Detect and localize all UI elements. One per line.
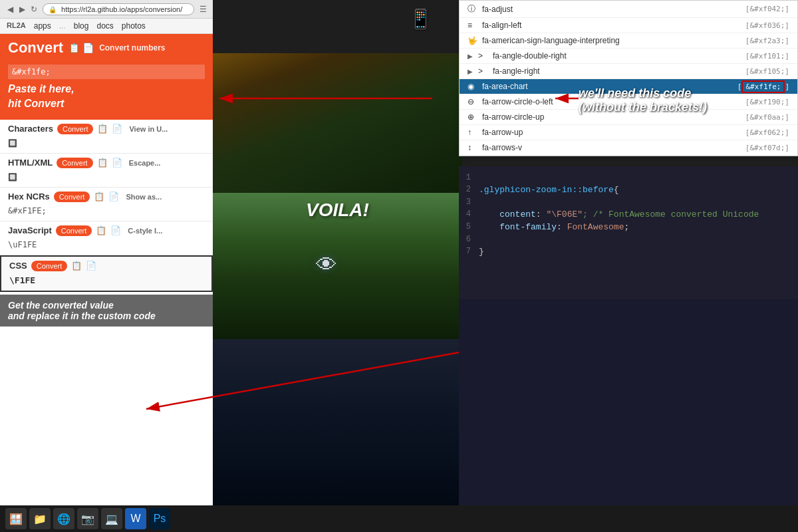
- characters-label: Characters Convert 📋 📄 View in U...: [8, 124, 205, 134]
- characters-view-link[interactable]: View in U...: [129, 125, 168, 133]
- nav-blog[interactable]: blog: [74, 21, 89, 31]
- dropdown-item-icon-3: >: [478, 51, 489, 61]
- voila-text: VOILA!: [306, 200, 369, 221]
- dropdown-item-2[interactable]: 🤟fa-american-sign-language-interpreting[…: [460, 33, 797, 49]
- dropdown-item-name-7: fa-arrow-circle-up: [482, 112, 741, 122]
- dropdown-item-4[interactable]: >fa-angle-right[&#xf105;]: [460, 64, 797, 79]
- taskbar-folder[interactable]: 📁: [29, 508, 51, 529]
- nav-docs[interactable]: docs: [96, 21, 113, 31]
- hex-label: Hex NCRs Convert 📋 📄 Show as...: [8, 192, 205, 202]
- dropdown-item-8[interactable]: ↑fa-arrow-up[&#xf062;]: [460, 125, 797, 140]
- dropdown-panel: ⓘfa-adjust[&#xf042;]≡fa-align-left[&#xf0…: [459, 0, 798, 156]
- css-copy-icon[interactable]: 📋: [71, 261, 82, 271]
- line-number-4: 5: [459, 222, 479, 231]
- js-file-icon[interactable]: 📄: [110, 225, 121, 235]
- nav-photos[interactable]: photos: [122, 21, 146, 31]
- html-copy-icon[interactable]: 📋: [97, 158, 108, 168]
- html-escape-link[interactable]: Escape...: [129, 159, 161, 167]
- dropdown-item-name-8: fa-arrow-up: [482, 128, 741, 137]
- dropdown-item-code-4: [&#xf105;]: [745, 67, 789, 76]
- line-content-6: }: [479, 247, 798, 257]
- url-bar[interactable]: 🔒 https://rl2a.github.io/apps/conversion…: [43, 3, 194, 15]
- dropdown-item-5[interactable]: ◉fa-area-chart[&#xf1fe;]: [460, 79, 797, 94]
- dropdown-item-code-8: [&#xf062;]: [745, 128, 789, 137]
- js-cstyle-link[interactable]: C-style l...: [128, 227, 162, 235]
- line-number-3: 4: [459, 209, 479, 219]
- file-icon-header[interactable]: 📄: [82, 43, 94, 53]
- dropdown-item-code-0: [&#xf042;]: [745, 5, 789, 13]
- dropdown-item-9[interactable]: ↕fa-arrows-v[&#xf07d;]: [460, 140, 797, 156]
- css-convert-btn[interactable]: Convert: [31, 261, 68, 271]
- dropdown-item-icon-0: ⓘ: [467, 3, 478, 15]
- dropdown-items-container: ⓘfa-adjust[&#xf042;]≡fa-align-left[&#xf0…: [460, 1, 797, 156]
- section-css: CSS Convert 📋 📄 \F1FE: [0, 255, 213, 292]
- section-characters: Characters Convert 📋 📄 View in U... 🔲: [0, 120, 213, 154]
- characters-copy-icon[interactable]: 📋: [97, 124, 108, 134]
- characters-value: 🔲: [8, 137, 205, 149]
- dropdown-item-icon-9: ↕: [467, 143, 478, 152]
- css-value: \F1FE: [9, 274, 203, 287]
- dropdown-item-0[interactable]: ⓘfa-adjust[&#xf042;]: [460, 1, 797, 18]
- dropdown-item-code-3: [&#xf101;]: [745, 52, 789, 61]
- dropdown-item-code-1: [&#xf036;]: [745, 21, 789, 30]
- editor-lines-container: 12.glyphicon-zoom-in::before{34 content:…: [459, 166, 798, 263]
- input-area: Paste it here, hit Convert: [0, 62, 213, 120]
- convert-title: Convert: [8, 39, 63, 57]
- forward-button[interactable]: ▶: [17, 5, 27, 14]
- editor-line-3: 4 content: "\F06E"; /* FontAwesome conve…: [459, 208, 798, 221]
- section-hex: Hex NCRs Convert 📋 📄 Show as... &#xF1FE;: [0, 188, 213, 221]
- dropdown-item-7[interactable]: ⊕fa-arrow-circle-up[&#xf0aa;]: [460, 110, 797, 125]
- menu-button[interactable]: ☰: [198, 5, 207, 14]
- forest-background-3: [209, 339, 462, 519]
- mobile-icon: 📱: [409, 8, 432, 30]
- taskbar-computer[interactable]: 💻: [101, 508, 122, 529]
- editor-line-1: 2.glyphicon-zoom-in::before{: [459, 184, 798, 196]
- taskbar-windows[interactable]: 🪟: [5, 508, 27, 529]
- code-input-field[interactable]: [8, 65, 205, 79]
- dropdown-item-name-9: fa-arrows-v: [482, 143, 741, 152]
- hex-show-link[interactable]: Show as...: [126, 193, 162, 201]
- taskbar-ps[interactable]: Ps: [149, 508, 170, 529]
- dropdown-item-code-6: [&#xf190;]: [745, 98, 789, 106]
- css-file-icon[interactable]: 📄: [86, 261, 96, 271]
- js-convert-btn[interactable]: Convert: [56, 225, 92, 236]
- dropdown-item-icon-1: ≡: [467, 21, 478, 30]
- header-icons: 📋 📄: [68, 43, 94, 53]
- line-content-3: content: "\F06E"; /* FontAwesome convert…: [479, 209, 798, 219]
- taskbar-browser[interactable]: 🌐: [53, 508, 74, 529]
- dropdown-item-name-4: fa-angle-right: [493, 66, 741, 76]
- hex-convert-btn[interactable]: Convert: [54, 192, 90, 202]
- dropdown-item-1[interactable]: ≡fa-align-left[&#xf036;]: [460, 18, 797, 33]
- selector-span: .glyphicon-zoom-in::before: [479, 185, 614, 195]
- bottom-annotation: Get the converted value and replace it i…: [0, 295, 213, 327]
- forest-background-1: [209, 53, 462, 193]
- nav-links: RL2A apps ... blog docs photos: [0, 19, 213, 34]
- dropdown-item-code-9: [&#xf07d;]: [745, 144, 789, 152]
- hex-file-icon[interactable]: 📄: [108, 192, 119, 201]
- dropdown-item-icon-4: >: [478, 66, 489, 76]
- characters-convert-btn[interactable]: Convert: [57, 124, 94, 134]
- dropdown-item-3[interactable]: >fa-angle-double-right[&#xf101;]: [460, 49, 797, 64]
- bottom-annot-line2: and replace it in the custom code: [8, 311, 205, 321]
- value-fontawesome: FontAwesome: [567, 222, 624, 232]
- taskbar-word[interactable]: W: [125, 508, 146, 529]
- characters-file-icon[interactable]: 📄: [112, 124, 122, 134]
- back-button[interactable]: ◀: [5, 5, 15, 14]
- browser-nav: ◀ ▶ ↻: [5, 5, 39, 14]
- reload-button[interactable]: ↻: [29, 5, 39, 14]
- dropdown-item-name-5: fa-area-chart: [482, 82, 733, 91]
- left-panel: ◀ ▶ ↻ 🔒 https://rl2a.github.io/apps/conv…: [0, 0, 213, 532]
- html-convert-btn[interactable]: Convert: [57, 158, 93, 168]
- taskbar-camera[interactable]: 📷: [77, 508, 98, 529]
- property-content: content: [499, 209, 536, 219]
- copy-icon-header[interactable]: 📋: [68, 43, 80, 53]
- url-text: https://rl2a.github.io/apps/conversion/: [61, 5, 182, 13]
- browser-bar: ◀ ▶ ↻ 🔒 https://rl2a.github.io/apps/conv…: [0, 0, 213, 19]
- code-editor: 12.glyphicon-zoom-in::before{34 content:…: [459, 166, 798, 299]
- editor-line-2: 3: [459, 196, 798, 208]
- js-copy-icon[interactable]: 📋: [96, 225, 106, 235]
- hex-copy-icon[interactable]: 📋: [94, 192, 104, 201]
- html-file-icon[interactable]: 📄: [112, 158, 122, 168]
- dropdown-item-6[interactable]: ⊖fa-arrow-circle-o-left[&#xf190;]: [460, 94, 797, 110]
- nav-apps[interactable]: apps: [34, 21, 51, 31]
